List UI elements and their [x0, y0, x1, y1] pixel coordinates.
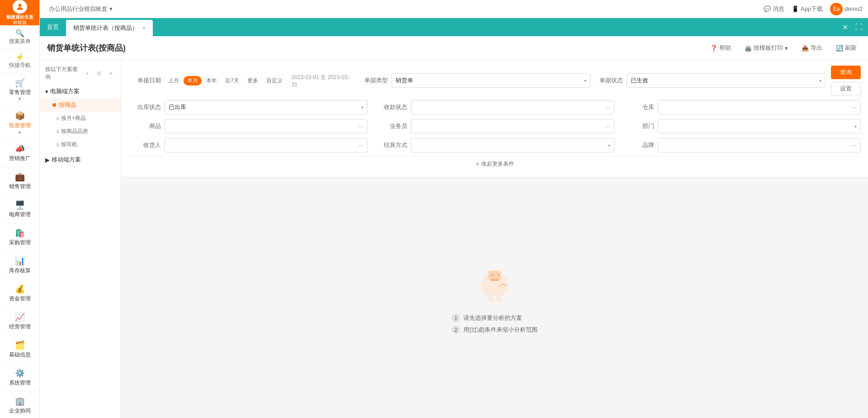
desktop-group-header[interactable]: ▾ 电脑端方案	[40, 85, 121, 98]
collapse-panel-btn[interactable]: «	[106, 69, 115, 78]
brand-dots: ···	[851, 142, 857, 149]
sidebar-item-operations[interactable]: 📈 经营管理	[0, 308, 39, 336]
svg-rect-10	[488, 295, 493, 302]
tip-text-2: 用[过滤]条件来缩小分析范围	[463, 326, 537, 334]
sidebar-item-marketing[interactable]: 📣 营销推广	[0, 139, 39, 167]
product-dots: ···	[359, 123, 364, 130]
account-selector[interactable]: 办公用品行业模拟账套 ▾	[45, 3, 116, 15]
page-actions: ❓ 帮助 🖨️ 按模板打印 ▾ 📤 导出 🔄 刷新	[706, 42, 861, 60]
sidebar-inventory-label: 库存核算	[9, 267, 31, 275]
date-tab-7days[interactable]: 近7天	[222, 76, 243, 86]
receiver-select[interactable]: ···	[165, 138, 368, 152]
salesperson-select[interactable]: ···	[411, 119, 614, 133]
sidebar-wholesale-label: 批发管理	[9, 122, 31, 129]
department-select[interactable]: ▾	[658, 119, 861, 133]
retail-arrow: ▼	[18, 96, 22, 101]
help-btn[interactable]: ❓ 帮助	[706, 42, 735, 54]
tree-subitem-driver[interactable]: ≡ 按司机	[40, 138, 121, 151]
app-download-btn[interactable]: 📱 App下载	[792, 5, 823, 13]
sidebar-system-label: 系统管理	[9, 379, 31, 387]
department-arrow-icon: ▾	[854, 124, 857, 129]
out-status-arrow-icon: ▾	[361, 105, 363, 110]
left-panel-header: 按以下方案查询 ＋ ⊙ «	[40, 64, 121, 85]
warehouse-label: 仓库	[622, 103, 658, 111]
sidebar-item-ecom[interactable]: 🖥️ 电商管理	[0, 195, 39, 223]
refresh-label: 刷新	[845, 44, 857, 52]
edit-scheme-btn[interactable]: ⊙	[94, 69, 104, 78]
desktop-group-arrow: ▾	[45, 88, 48, 95]
date-tab-more[interactable]: 更多	[244, 76, 262, 86]
sidebar-search[interactable]: 🔍 搜索菜单	[0, 25, 39, 49]
sidebar-item-finance[interactable]: 💰 资金管理	[0, 280, 39, 308]
export-btn[interactable]: 📤 导出	[797, 42, 826, 54]
tree-item-by-product-label: 按商品	[59, 101, 76, 109]
sidebar-sales-label: 销售管理	[9, 183, 31, 190]
sidebar-basic-label: 基础信息	[9, 351, 31, 359]
payment-status-select[interactable]: ···	[411, 100, 614, 114]
page-header: 销货单统计表(按商品) ❓ 帮助 🖨️ 按模板打印 ▾ 📤 导出 🔄 刷新	[40, 36, 868, 60]
user-menu[interactable]: Ea demo2	[830, 3, 863, 15]
tab-expand-icon[interactable]: ⛶	[854, 21, 864, 33]
refresh-btn[interactable]: 🔄 刷新	[832, 42, 861, 54]
sales-icon: 💼	[15, 172, 25, 182]
type-select[interactable]: 销货单 ▾	[392, 73, 590, 88]
status-select[interactable]: 已生效 ▾	[627, 73, 826, 88]
tab-report[interactable]: 销货单统计表（按商品） ×	[66, 20, 153, 36]
inventory-icon: 📊	[15, 256, 25, 266]
driver-icon: ≡	[56, 142, 59, 148]
add-scheme-btn[interactable]: ＋	[83, 69, 92, 78]
sidebar-item-enterprise[interactable]: 🏢 企业协同	[0, 392, 39, 418]
export-icon: 📤	[802, 45, 809, 52]
tab-home[interactable]: 首页	[40, 18, 66, 36]
sidebar-item-purchase[interactable]: 🛍️ 采购管理	[0, 223, 39, 252]
tab-close-icon[interactable]: ✕	[840, 21, 850, 33]
collapse-btn[interactable]: ∧ 收起更多条件	[128, 156, 861, 171]
empty-tips: 1 请先选择要分析的方案 2 用[过滤]条件来缩小分析范围	[452, 314, 537, 334]
settlement-select[interactable]: ▾	[411, 138, 614, 152]
date-tab-last-month[interactable]: 上月	[165, 76, 183, 86]
sidebar-item-inventory[interactable]: 📊 库存核算	[0, 252, 39, 280]
empty-tip-1: 1 请先选择要分析的方案	[452, 314, 537, 322]
ecom-icon: 🖥️	[15, 200, 25, 210]
help-label: 帮助	[719, 44, 731, 52]
query-btn[interactable]: 查询	[831, 66, 861, 79]
tabbar: 首页 销货单统计表（按商品） × ✕ ⛶	[40, 18, 868, 36]
tip-num-1: 1	[452, 314, 460, 322]
settings-btn[interactable]: 设置	[831, 82, 861, 95]
basic-icon: 🗂️	[15, 340, 25, 350]
brand-select[interactable]: ···	[658, 138, 861, 152]
date-range-display: 2023-03-01 至 2023-03-31	[292, 74, 355, 88]
tree-subitem-category-label: 按商品品类	[61, 128, 88, 135]
out-status-select[interactable]: 已出库 ▾	[165, 100, 368, 114]
print-btn[interactable]: 🖨️ 按模板打印 ▾	[741, 42, 792, 54]
date-tab-this-year[interactable]: 本年	[203, 76, 221, 86]
date-tab-this-month[interactable]: 本月	[184, 76, 202, 86]
mobile-group-header[interactable]: ▶ 移动端方案	[40, 153, 121, 166]
date-tab-custom[interactable]: 自定义	[263, 76, 286, 86]
sidebar-item-wholesale[interactable]: 📦 批发管理 ▲	[0, 106, 39, 139]
wholesale-arrow: ▲	[18, 129, 22, 134]
warehouse-select[interactable]: ···	[658, 100, 861, 114]
wholesale-icon: 📦	[15, 111, 25, 121]
body-area: 按以下方案查询 ＋ ⊙ « ▾ 电脑端方案 按商品	[40, 60, 868, 418]
sidebar-item-retail[interactable]: 🛒 零售管理 ▼	[0, 73, 39, 106]
tree-subitem-category[interactable]: ≡ 按商品品类	[40, 125, 121, 138]
tree-item-by-product[interactable]: 按商品	[40, 98, 121, 112]
product-select[interactable]: ···	[165, 119, 368, 133]
sidebar-quicknav[interactable]: ⚡ 快捷导航	[0, 49, 39, 73]
message-btn[interactable]: 💬 消息	[764, 5, 784, 13]
svg-point-0	[18, 4, 21, 7]
sidebar-item-sales[interactable]: 💼 销售管理	[0, 167, 39, 195]
topbar-right: 💬 消息 📱 App下载 Ea demo2	[764, 3, 863, 15]
sidebar-item-system[interactable]: ⚙️ 系统管理	[0, 364, 39, 392]
tab-report-close[interactable]: ×	[142, 25, 146, 31]
tree-subitem-month-product[interactable]: ≡ 按月+商品	[40, 112, 121, 125]
sidebar-item-basic[interactable]: 🗂️ 基础信息	[0, 336, 39, 364]
out-status-label: 出库状态	[128, 103, 165, 111]
settlement-label: 结算方式	[375, 141, 411, 149]
account-name: 办公用品行业模拟账套	[49, 5, 108, 13]
left-panel-icons: ＋ ⊙ «	[83, 69, 115, 78]
brand-label: 品牌	[622, 141, 658, 149]
product-dot-icon	[52, 103, 56, 107]
sidebar: 畅捷通好生意 标账版 🔍 搜索菜单 ⚡ 快捷导航 🛒 零售管理 ▼ 📦 批发管理…	[0, 0, 40, 418]
